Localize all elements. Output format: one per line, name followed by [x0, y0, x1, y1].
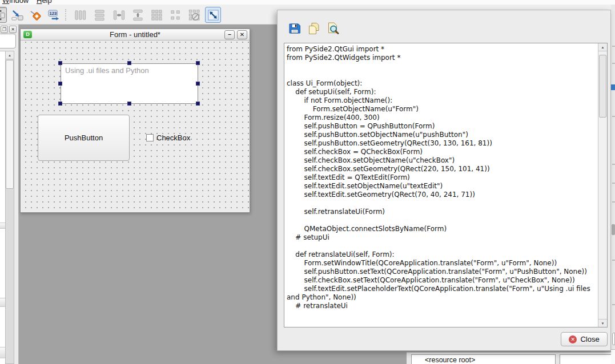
break-layout-icon	[188, 9, 201, 22]
widget-box-list[interactable]	[0, 51, 5, 364]
selection-handle[interactable]	[58, 102, 62, 106]
layout-horizontally-button[interactable]	[72, 7, 88, 23]
close-dialog-icon: ✕	[569, 335, 577, 343]
layout-vertical-splitter-button[interactable]	[130, 7, 146, 23]
pushbutton-label: PushButton	[65, 134, 103, 142]
edit-signals-slots-button[interactable]	[9, 7, 25, 23]
textedit-widget[interactable]: Using .ui files and Python	[61, 63, 198, 104]
dock-close-icon: ✕	[11, 27, 15, 32]
layout-vertical-splitter-icon	[131, 9, 144, 22]
resource-detail-pane[interactable]	[560, 354, 615, 364]
close-icon: ✕	[240, 31, 244, 38]
widget-category-item[interactable]	[0, 347, 5, 358]
code-scrollbar-thumb[interactable]	[599, 55, 606, 118]
save-button[interactable]	[287, 21, 302, 36]
edit-widgets-button[interactable]	[0, 7, 7, 23]
code-preview-dialog: from PySide2.QtGui import * from PySide2…	[277, 10, 611, 351]
selection-handle[interactable]	[127, 102, 131, 106]
python-code-text[interactable]: from PySide2.QtGui import * from PySide2…	[284, 43, 598, 327]
find-icon	[326, 22, 340, 35]
right-panel-sliver	[611, 5, 615, 364]
copy-icon	[307, 22, 321, 35]
adjust-size-button[interactable]	[205, 7, 221, 23]
menu-help[interactable]: Help	[37, 0, 52, 5]
selection-handle[interactable]	[58, 61, 62, 65]
edit-tab-order-button[interactable]: 123	[46, 7, 62, 23]
checkbox-indicator[interactable]	[146, 134, 154, 141]
form-canvas[interactable]: Using .ui files and Python PushButton Ch…	[21, 41, 250, 212]
resource-browser-panel: <resource root>	[407, 352, 615, 364]
selected-row-sliver	[611, 84, 615, 90]
checkbox-label: CheckBox	[156, 134, 190, 142]
close-button-label: Close	[580, 335, 599, 343]
textedit-placeholder: Using .ui files and Python	[61, 64, 198, 77]
widget-box-scrollbar-thumb[interactable]	[6, 60, 14, 189]
minimize-icon: –	[228, 31, 231, 38]
resource-tree[interactable]: <resource root>	[411, 354, 556, 364]
dock-float-icon: ❐	[2, 27, 6, 32]
find-button[interactable]	[325, 21, 340, 36]
svg-text:123: 123	[49, 11, 57, 16]
resource-root-item[interactable]: <resource root>	[412, 355, 555, 364]
form-window-titlebar[interactable]: D Form - untitled* – ✕	[21, 29, 250, 41]
form-editor-window: D Form - untitled* – ✕ Using .ui files a…	[20, 29, 250, 213]
edit-buddies-icon	[29, 9, 42, 22]
qt-designer-screen: Window Help	[0, 0, 615, 364]
layout-horizontally-icon	[74, 9, 87, 22]
scroll-down-icon[interactable]: ▼	[598, 319, 607, 327]
minimize-button[interactable]: –	[224, 30, 235, 39]
layout-form-icon	[169, 9, 182, 22]
widget-filter-input[interactable]	[0, 34, 16, 48]
widget-category-item[interactable]	[0, 298, 5, 307]
scrollbar-thumb-sliver[interactable]	[612, 224, 615, 235]
partial-button-sliver	[612, 333, 615, 345]
save-icon	[288, 22, 302, 35]
close-window-button[interactable]: ✕	[237, 30, 247, 39]
edit-widgets-icon	[0, 9, 6, 22]
menu-window[interactable]: Window	[2, 0, 29, 5]
widget-category-item[interactable]	[0, 223, 5, 229]
form-window-title: Form - untitled*	[21, 30, 250, 39]
code-view[interactable]: from PySide2.QtGui import * from PySide2…	[284, 43, 608, 327]
dock-close-button[interactable]: ✕	[9, 26, 17, 33]
selection-handle[interactable]	[196, 61, 200, 65]
layout-horizontal-splitter-icon	[112, 9, 126, 22]
edit-tab-order-icon: 123	[47, 9, 61, 22]
selection-handle[interactable]	[196, 82, 200, 86]
copy-button[interactable]	[307, 21, 321, 36]
dock-float-button[interactable]: ❐	[1, 26, 8, 33]
layout-grid-button[interactable]	[148, 7, 164, 23]
selection-handle[interactable]	[127, 61, 131, 65]
layout-form-button[interactable]	[167, 7, 183, 23]
pushbutton-widget[interactable]: PushButton	[38, 115, 130, 161]
edit-signals-slots-icon	[11, 9, 24, 22]
edit-buddies-button[interactable]	[27, 7, 43, 23]
toolbar-separator	[65, 9, 66, 21]
layout-vertically-icon	[93, 9, 106, 22]
adjust-size-icon	[207, 9, 220, 22]
break-layout-button[interactable]	[186, 7, 202, 23]
widget-box-panel: ❐ ✕ ▲	[0, 25, 19, 364]
checkbox-widget[interactable]: CheckBox	[146, 126, 204, 149]
widget-box-scrollbar[interactable]: ▲	[5, 51, 14, 364]
code-dialog-toolbar	[278, 10, 610, 40]
scroll-up-icon[interactable]: ▲	[598, 43, 607, 51]
close-button[interactable]: ✕ Close	[561, 332, 608, 346]
layout-horizontal-splitter-button[interactable]	[111, 7, 127, 23]
scroll-up-icon[interactable]: ▲	[6, 51, 14, 59]
selection-handle[interactable]	[58, 82, 62, 86]
layout-grid-icon	[150, 9, 163, 22]
menubar: Window Help	[0, 0, 615, 5]
selection-handle[interactable]	[196, 102, 200, 106]
code-scrollbar[interactable]: ▲ ▼	[598, 43, 607, 327]
layout-vertically-button[interactable]	[91, 7, 107, 23]
